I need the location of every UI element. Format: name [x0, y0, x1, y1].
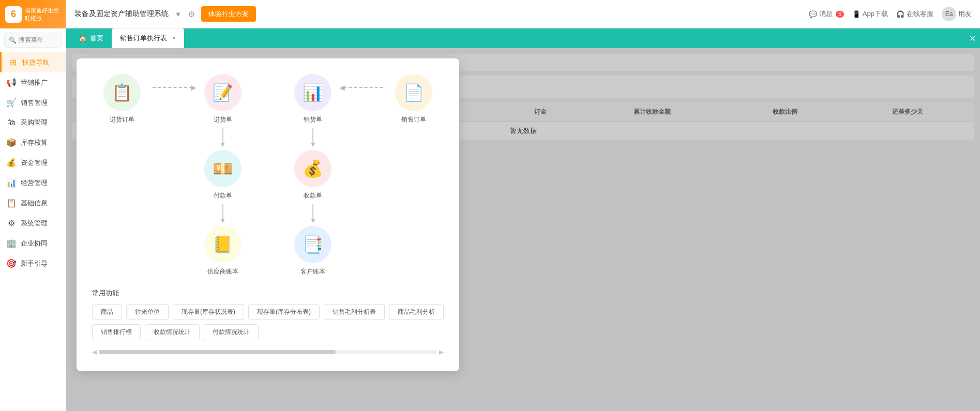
- modal-dialog: 📋 进货订单 ▶ 📝 进货单: [77, 58, 459, 371]
- sidebar-item-quick-nav[interactable]: ⊞ 快捷导航: [0, 52, 66, 72]
- flow-diagram: 📋 进货订单 ▶ 📝 进货单: [92, 74, 444, 276]
- sidebar-item-newbie[interactable]: 🎯 新手引导: [0, 253, 66, 273]
- down-arrow-payment: ▼: [192, 128, 253, 148]
- func-btn-product[interactable]: 商品: [92, 304, 122, 320]
- sidebar-item-operations[interactable]: 📊 经营管理: [0, 173, 66, 193]
- sidebar-search-section: 🔍 搜索菜单: [0, 28, 66, 52]
- service-icon: 🎧: [896, 10, 904, 18]
- receipt-circle: 💰: [294, 150, 331, 187]
- avatar: Ea: [942, 7, 956, 21]
- header: 装备及固定资产辅助管理系统 ▼ ⚙ 体验行业方案 💬 消息 6 📱 App下载 …: [66, 0, 980, 28]
- system-title: 装备及固定资产辅助管理系统: [74, 9, 169, 19]
- home-icon: 🏠: [79, 35, 87, 42]
- content-area: ❓ 帮助 | 🖨 按模板打印 ▼ | ⬆ 导出 | 🔄 刷新 📅: [66, 48, 980, 411]
- sales-slip-label: 销货单: [304, 115, 322, 124]
- sidebar: 6 畅康通好生意 旺橙版 🔍 搜索菜单 ⊞ 快捷导航 📢 营销推广 🛒 销售管理…: [0, 0, 66, 411]
- sidebar-item-marketing[interactable]: 📢 营销推广: [0, 72, 66, 93]
- func-btn-sales-rank[interactable]: 销售排行榜: [92, 324, 141, 340]
- sales-slip-circle: 📊: [294, 74, 331, 111]
- supplier-label: 供应商账本: [207, 267, 238, 276]
- func-btn-stock-status[interactable]: 现存量(库存状况表): [173, 304, 244, 320]
- message-item[interactable]: 💬 消息 6: [809, 9, 844, 19]
- scrollbar-right-arrow[interactable]: ▶: [439, 348, 444, 356]
- sidebar-logo: 6 畅康通好生意 旺橙版: [0, 0, 66, 28]
- newbie-icon: 🎯: [6, 258, 17, 268]
- user-item[interactable]: Ea 用友: [942, 7, 972, 21]
- payment-label: 付款单: [214, 191, 232, 200]
- func-btn-payment-stats[interactable]: 付款情况统计: [204, 324, 259, 340]
- quick-nav-icon: ⊞: [8, 57, 18, 67]
- common-func-title: 常用功能: [92, 288, 444, 298]
- func-btn-sales-analysis[interactable]: 销售毛利分析表: [324, 304, 385, 320]
- customer-label: 客户账本: [300, 267, 325, 276]
- common-functions-section: 常用功能 商品 往来单位 现存量(库存状况表) 现存量(库存分布表) 销售毛利分…: [92, 288, 444, 340]
- purchase-slip-circle: 📝: [204, 74, 242, 111]
- sidebar-item-basic-info[interactable]: 📋 基础信息: [0, 193, 66, 213]
- purchase-order-col: 📋 进货订单: [92, 74, 153, 124]
- customer-account-node: 📑 客户账本: [294, 226, 331, 276]
- purchase-slip-node: 📝 进货单: [204, 74, 242, 124]
- sales-order-col: 📄 销售订单: [383, 74, 444, 124]
- operations-icon: 📊: [6, 178, 17, 188]
- logo-icon: 6: [5, 6, 22, 23]
- scrollbar-thumb[interactable]: [99, 350, 336, 354]
- dropdown-arrow-icon[interactable]: ▼: [175, 10, 182, 18]
- app-download-item[interactable]: 📱 App下载: [852, 9, 888, 19]
- func-btn-product-margin[interactable]: 商品毛利分析: [389, 304, 444, 320]
- down-arrow-supplier: ▼: [192, 204, 253, 224]
- main-area: 装备及固定资产辅助管理系统 ▼ ⚙ 体验行业方案 💬 消息 6 📱 App下载 …: [66, 0, 980, 411]
- supplier-circle: 📒: [204, 226, 242, 263]
- tab-bar-close-icon[interactable]: ✕: [969, 34, 976, 43]
- sidebar-item-purchase[interactable]: 🛍 采购管理: [0, 113, 66, 132]
- settings-icon[interactable]: ⚙: [188, 9, 195, 19]
- download-icon: 📱: [852, 10, 861, 18]
- sys-mgmt-icon: ⚙: [6, 218, 17, 228]
- sales-slip-node: 📊 销货单: [294, 74, 331, 124]
- arrow-purchase: ▶: [153, 74, 193, 88]
- sales-order-label: 销售订单: [401, 115, 426, 124]
- tab-bar: 🏠 首页 销售订单执行表 × ✕: [66, 28, 980, 48]
- tab-home[interactable]: 🏠 首页: [70, 28, 112, 48]
- sales-order-node: 📄 销售订单: [395, 74, 432, 124]
- inventory-icon: 📦: [6, 138, 17, 147]
- sales-order-circle: 📄: [395, 74, 432, 111]
- sales-icon: 🛒: [6, 98, 17, 108]
- logo-text: 畅康通好生意 旺橙版: [25, 7, 59, 22]
- message-badge: 6: [836, 11, 844, 18]
- down-arrow-receipt: ▼: [283, 128, 343, 148]
- customer-circle: 📑: [294, 226, 331, 263]
- header-right: 💬 消息 6 📱 App下载 🎧 在线客服 Ea 用友: [809, 7, 972, 21]
- purchase-slip-label: 进货单: [214, 115, 232, 124]
- sidebar-item-sales[interactable]: 🛒 销售管理: [0, 93, 66, 113]
- purchase-slip-col: 📝 进货单 ▼ 💴 付款单: [192, 74, 253, 276]
- receipt-label: 收款单: [304, 191, 322, 200]
- search-icon: 🔍: [9, 37, 17, 44]
- supplier-account-node: 📒 供应商账本: [204, 226, 242, 276]
- func-btn-partner[interactable]: 往来单位: [126, 304, 169, 320]
- func-btn-receipt-stats[interactable]: 收款情况统计: [145, 324, 200, 340]
- scrollbar-track: [99, 350, 437, 354]
- sidebar-item-sys-mgmt[interactable]: ⚙ 系统管理: [0, 213, 66, 233]
- payment-circle: 💴: [204, 150, 242, 187]
- marketing-icon: 📢: [6, 78, 17, 87]
- modal-overlay: 📋 进货订单 ▶ 📝 进货单: [66, 48, 980, 411]
- finance-icon: 💰: [6, 158, 17, 168]
- enterprise-icon: 🏢: [6, 238, 17, 248]
- receipt-slip-node: 💰 收款单: [294, 150, 331, 200]
- scrollbar-left-arrow[interactable]: ◀: [92, 348, 97, 356]
- experience-button[interactable]: 体验行业方案: [201, 6, 256, 22]
- online-service-item[interactable]: 🎧 在线客服: [896, 9, 933, 19]
- modal-scrollbar: ◀ ▶: [92, 348, 444, 356]
- tab-close-icon[interactable]: ×: [172, 35, 176, 42]
- func-btn-stock-dist[interactable]: 现存量(库存分布表): [248, 304, 320, 320]
- arrow-sales: ◀: [343, 74, 384, 88]
- purchase-order-circle: 📋: [103, 74, 141, 111]
- sidebar-item-inventory[interactable]: 📦 库存核算: [0, 132, 66, 153]
- basic-info-icon: 📋: [6, 198, 17, 208]
- search-menu-button[interactable]: 🔍 搜索菜单: [4, 33, 62, 48]
- sidebar-item-finance[interactable]: 💰 资金管理: [0, 153, 66, 173]
- tab-sales-order[interactable]: 销售订单执行表 ×: [112, 28, 184, 48]
- sales-slip-col: 📊 销货单 ▼ 💰 收款单: [283, 74, 343, 276]
- down-arrow-customer: ▼: [283, 204, 343, 224]
- sidebar-item-enterprise[interactable]: 🏢 企业协同: [0, 233, 66, 253]
